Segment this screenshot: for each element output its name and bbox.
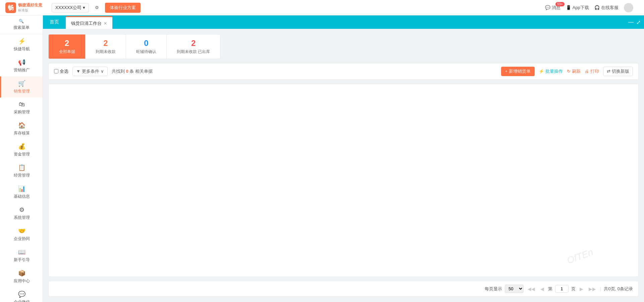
avatar[interactable] <box>624 3 633 12</box>
inventory-icon: 🏠 <box>18 122 25 129</box>
base-info-icon: 📊 <box>18 185 25 192</box>
batch-icon: ⚡ <box>539 69 544 74</box>
sidebar-item-label: 快捷导航 <box>14 46 30 52</box>
select-all-checkbox[interactable]: 全选 <box>54 68 68 74</box>
tab-close-icon[interactable]: ✕ <box>104 21 107 26</box>
quick-nav-icon: ⚡ <box>18 38 25 45</box>
summary-card-all[interactable]: 2 全部单据 <box>49 35 86 59</box>
switch-icon: ⇄ <box>607 69 610 74</box>
page-size-select[interactable]: 50 20 100 <box>505 285 524 293</box>
sidebar-item-label: 系统管理 <box>14 215 30 221</box>
refresh-button[interactable]: ↻ 刷新 <box>567 68 581 74</box>
prev-page-button[interactable]: ◀ <box>539 286 545 292</box>
topbar-right: 💬 消息 99+ 📱 App下载 🎧 在线客服 <box>545 3 639 12</box>
topbar-left: 畅 畅捷通好生意 标准版 XXXXXX公司 ▾ ⚙ 体验行业方案 <box>5 2 141 13</box>
purchase-icon: 🛍 <box>19 101 25 108</box>
chevron-down-icon: ▾ <box>83 5 85 10</box>
tab-minimize-button[interactable]: — <box>628 19 634 25</box>
search-icon: 🔍 <box>19 19 24 23</box>
sidebar-search[interactable]: 🔍 搜索菜单 <box>0 15 43 34</box>
card-label-all: 全部单据 <box>59 49 75 55</box>
sidebar-item-label: 营销推广 <box>14 67 30 73</box>
sidebar-item-label: 新手引导 <box>14 257 30 263</box>
switch-version-button[interactable]: ⇄ 切换新版 <box>603 67 633 76</box>
enterprise-icon: 🤝 <box>18 227 25 235</box>
card-label-overdue-out: 到期未收款 已出库 <box>177 49 210 55</box>
sidebar-item-label: 采购管理 <box>14 109 30 115</box>
print-icon: 🖨 <box>585 69 589 74</box>
sidebar-item-label: 基础信息 <box>14 194 30 199</box>
sidebar-item-base-info[interactable]: 📊 基础信息 <box>0 182 43 203</box>
page-label-suffix: 页 <box>571 286 576 292</box>
experience-button[interactable]: 体验行业方案 <box>105 3 141 13</box>
sidebar-item-label: 资金管理 <box>14 152 30 157</box>
card-num-pending: 0 <box>136 39 156 48</box>
card-label-overdue: 到期未收款 <box>96 49 116 55</box>
sidebar-item-wechat[interactable]: 💬 企业微信 <box>0 287 43 302</box>
summary-card-overdue[interactable]: 2 到期未收款 <box>86 35 126 59</box>
next-page-button[interactable]: ▶ <box>578 286 585 292</box>
tab-maximize-button[interactable]: ⤢ <box>636 19 641 25</box>
logo-text: 畅捷通好生意 标准版 <box>18 2 42 13</box>
sidebar-item-guide[interactable]: 📖 新手引导 <box>0 245 43 266</box>
tab-active-label: 钱货日清工作台 <box>71 20 102 26</box>
sidebar-item-operations[interactable]: 📋 经营管理 <box>0 161 43 182</box>
sidebar-item-label: 企业协同 <box>14 236 30 242</box>
select-all-input[interactable] <box>54 69 58 73</box>
toolbar-right: + 新增销货单 ⚡ 批量操作 ↻ 刷新 🖨 打印 ⇄ <box>501 67 633 76</box>
card-num-overdue: 2 <box>96 39 116 48</box>
summary-card-overdue-out[interactable]: 2 到期未收款 已出库 <box>167 35 220 59</box>
logo-icon: 畅 <box>5 2 16 13</box>
summary-card-pending[interactable]: 0 旺辅待确认 <box>126 35 167 59</box>
sidebar-item-marketing[interactable]: 📢 营销推广 <box>0 55 43 76</box>
logo-area: 畅 畅捷通好生意 标准版 <box>5 2 48 13</box>
messages-badge: 99+ <box>555 2 565 6</box>
total-label: 共0页, 0条记录 <box>604 286 633 292</box>
headset-icon: 🎧 <box>594 5 600 10</box>
first-page-button[interactable]: ◀◀ <box>526 286 536 292</box>
online-service-button[interactable]: 🎧 在线客服 <box>594 5 619 11</box>
guide-icon: 📖 <box>18 248 25 256</box>
company-name: XXXXXX公司 <box>55 5 82 11</box>
add-sales-button[interactable]: + 新增销货单 <box>501 67 535 76</box>
sidebar: 🔍 搜索菜单 ⚡ 快捷导航 📢 营销推广 🛒 销售管理 🛍 采购管理 🏠 库存核… <box>0 15 43 302</box>
batch-button[interactable]: ⚡ 批量操作 <box>539 68 563 74</box>
sidebar-item-label: 企业微信 <box>14 299 30 302</box>
company-selector[interactable]: XXXXXX公司 ▾ <box>52 3 89 12</box>
last-page-button[interactable]: ▶▶ <box>587 286 597 292</box>
operations-icon: 📋 <box>18 164 25 171</box>
sidebar-item-finance[interactable]: 💰 资金管理 <box>0 139 43 161</box>
sidebar-item-quick-nav[interactable]: ⚡ 快捷导航 <box>0 34 43 55</box>
marketing-icon: 📢 <box>18 59 25 66</box>
tab-home[interactable]: 首页 <box>43 15 66 29</box>
filter-button[interactable]: ▼ 更多条件 ∨ <box>72 67 108 76</box>
filter-icon: ▼ <box>76 69 80 74</box>
print-button[interactable]: 🖨 打印 <box>585 68 599 74</box>
sidebar-item-app-center[interactable]: 📦 应用中心 <box>0 266 43 287</box>
summary-cards: 2 全部单据 2 到期未收款 0 旺辅待确认 2 到期未收款 已出库 <box>48 34 220 59</box>
sidebar-item-system[interactable]: ⚙ 系统管理 <box>0 203 43 224</box>
wechat-icon: 💬 <box>18 291 25 298</box>
card-num-all: 2 <box>59 39 75 48</box>
main-content: 首页 钱货日清工作台 ✕ — ⤢ 2 全部单据 2 到期未收款 <box>43 15 644 302</box>
current-page-input[interactable] <box>555 285 569 293</box>
sidebar-item-inventory[interactable]: 🏠 库存核算 <box>0 118 43 139</box>
layout: 🔍 搜索菜单 ⚡ 快捷导航 📢 营销推广 🛒 销售管理 🛍 采购管理 🏠 库存核… <box>0 0 644 302</box>
pagination-bar: 每页显示 50 20 100 ◀◀ ◀ 第 页 ▶ ▶▶ | 共0页, 0条记录 <box>48 281 639 297</box>
sidebar-item-purchase[interactable]: 🛍 采购管理 <box>0 98 43 118</box>
found-text: 共找到 0 条 相关单据 <box>112 68 153 74</box>
card-label-pending: 旺辅待确认 <box>136 49 156 55</box>
app-center-icon: 📦 <box>18 269 25 277</box>
sales-icon: 🛒 <box>18 80 25 87</box>
chevron-down-icon: ∨ <box>101 69 104 74</box>
messages-button[interactable]: 💬 消息 99+ <box>545 5 560 11</box>
download-icon: 📱 <box>566 5 571 10</box>
sidebar-item-sales[interactable]: 🛒 销售管理 <box>0 76 43 98</box>
sidebar-item-enterprise[interactable]: 🤝 企业协同 <box>0 224 43 245</box>
app-download-button[interactable]: 📱 App下载 <box>566 5 589 11</box>
message-icon: 💬 <box>545 5 550 10</box>
tab-active[interactable]: 钱货日清工作台 ✕ <box>66 16 112 29</box>
settings-button[interactable]: ⚙ <box>92 3 102 12</box>
tabs-bar: 首页 钱货日清工作台 ✕ — ⤢ <box>43 15 644 29</box>
content-area: 2 全部单据 2 到期未收款 0 旺辅待确认 2 到期未收款 已出库 <box>43 29 644 302</box>
